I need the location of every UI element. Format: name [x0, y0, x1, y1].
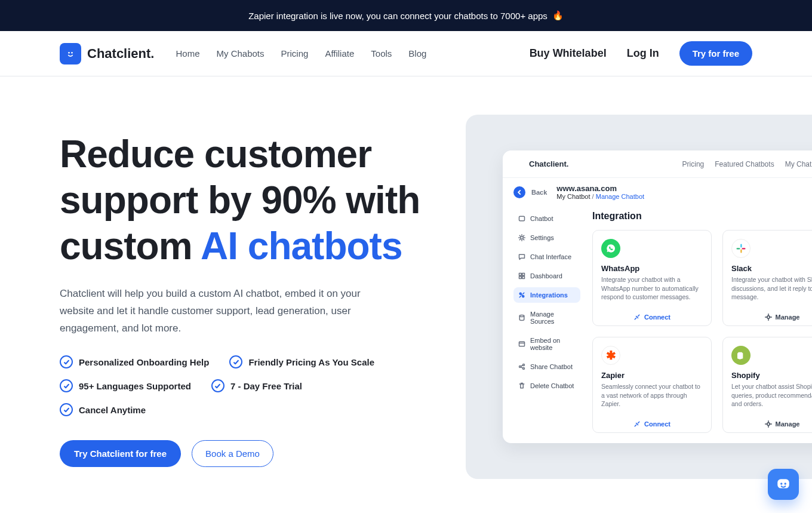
nav-blog[interactable]: Blog [408, 48, 426, 59]
zapier-icon: ✱ [601, 346, 620, 365]
feature-label: 95+ Languages Supported [79, 381, 191, 391]
connect-button[interactable]: Connect [593, 420, 711, 428]
card-desc: Seamlessly connect your chatbot to a vas… [601, 382, 703, 408]
mini-nav-featured[interactable]: Featured Chatbots [715, 160, 774, 168]
sidebar-item-label: Embed on website [530, 337, 576, 351]
hero-copy: Reduce customer support by 90% with cust… [60, 115, 442, 506]
sidebar-item-manage-sources[interactable]: Manage Sources [513, 306, 580, 329]
mini-main: Integration WhatsApp Integrate your chat… [592, 211, 812, 433]
nav-home[interactable]: Home [176, 48, 199, 59]
svg-rect-10 [522, 277, 525, 279]
card-action-label: Manage [776, 314, 800, 321]
mini-sidebar: Chatbot Settings Chat Interface Dashboar… [513, 211, 580, 433]
card-title: Zapier [601, 371, 703, 380]
main-header: Chatclient. Home My Chabots Pricing Affi… [0, 31, 812, 76]
feature-label: Personalized Onboarding Help [79, 357, 209, 367]
mini-titles: www.asana.com My Chatbot / Manage Chatbo… [556, 184, 644, 200]
integration-cards: WhatsApp Integrate your chatbot with a W… [592, 230, 812, 433]
svg-point-2 [71, 52, 73, 54]
brand-name: Chatclient. [87, 46, 154, 62]
back-button[interactable] [513, 186, 525, 198]
card-title: Shopify [731, 371, 812, 380]
check-icon [60, 355, 73, 368]
svg-rect-8 [522, 274, 525, 276]
sidebar-item-integrations[interactable]: Integrations [513, 287, 580, 303]
buy-whitelabel-link[interactable]: Buy Whitelabel [530, 47, 607, 60]
crumb-a: My Chatbot [556, 193, 590, 200]
mini-nav-pricing[interactable]: Pricing [682, 160, 705, 168]
primary-nav: Home My Chabots Pricing Affiliate Tools … [176, 48, 426, 59]
sidebar-item-label: Manage Sources [530, 311, 576, 325]
sidebar-item-share[interactable]: Share Chatbot [513, 359, 580, 374]
svg-rect-20 [740, 250, 742, 253]
feature-label: 7 - Day Free Trial [230, 381, 302, 391]
integration-card-whatsapp: WhatsApp Integrate your chatbot with a W… [592, 230, 712, 326]
connect-button[interactable]: Connect [593, 314, 711, 321]
hero-preview: Chatclient. Pricing Featured Chatbots My… [466, 115, 812, 479]
crumb-sep: / [590, 193, 596, 200]
fire-icon: 🔥 [552, 10, 564, 21]
svg-rect-18 [740, 244, 742, 248]
card-action-label: Manage [776, 420, 800, 428]
mini-nav-mychat[interactable]: My Chatbots [785, 160, 812, 168]
check-icon [229, 355, 242, 368]
feature-item: 7 - Day Free Trial [211, 379, 302, 392]
check-icon [60, 403, 73, 416]
mini-domain: www.asana.com [556, 184, 644, 193]
sidebar-item-chatbot[interactable]: Chatbot [513, 211, 580, 226]
announcement-bar[interactable]: Zapier integration is live now, you can … [0, 0, 812, 31]
shopify-icon [731, 346, 751, 365]
card-desc: Integrate your chatbot with a WhatsApp n… [601, 275, 703, 302]
svg-point-25 [780, 483, 782, 484]
sidebar-item-dashboard[interactable]: Dashboard [513, 268, 580, 284]
mini-header: Chatclient. Pricing Featured Chatbots My… [503, 150, 812, 178]
crumb-b[interactable]: Manage Chatbot [596, 193, 644, 200]
book-demo-button[interactable]: Book a Demo [192, 440, 273, 467]
check-icon [211, 379, 224, 392]
integration-card-zapier: ✱ Zapier Seamlessly connect your chatbot… [592, 337, 712, 433]
nav-pricing[interactable]: Pricing [281, 48, 309, 59]
feature-item: 95+ Languages Supported [60, 379, 191, 392]
chat-launcher-button[interactable] [768, 469, 799, 500]
hero: Reduce customer support by 90% with cust… [0, 76, 812, 506]
mini-body: Chatbot Settings Chat Interface Dashboar… [503, 202, 812, 443]
sidebar-item-label: Chatbot [530, 215, 553, 222]
svg-rect-19 [737, 248, 740, 249]
svg-point-23 [767, 423, 770, 426]
brand-icon [513, 158, 525, 170]
feature-item: Cancel Anytime [60, 403, 146, 416]
svg-point-4 [520, 163, 521, 164]
sidebar-item-delete[interactable]: Delete Chatbot [513, 378, 580, 394]
login-link[interactable]: Log In [627, 47, 659, 60]
sidebar-item-embed[interactable]: Embed on website [513, 333, 580, 355]
sidebar-item-settings[interactable]: Settings [513, 230, 580, 245]
back-label: Back [531, 189, 547, 196]
announcement-text: Zapier integration is live now, you can … [248, 11, 548, 21]
whatsapp-icon [601, 239, 620, 258]
manage-button[interactable]: Manage [723, 314, 812, 321]
hero-cta-row: Try Chatclient for free Book a Demo [60, 440, 442, 467]
try-chatclient-button[interactable]: Try Chatclient for free [60, 440, 181, 467]
sidebar-item-chat-interface[interactable]: Chat Interface [513, 249, 580, 265]
mini-subheader: Back www.asana.com My Chatbot / Manage C… [503, 178, 812, 202]
brand-logo[interactable]: Chatclient. [60, 43, 154, 64]
svg-point-22 [767, 316, 770, 319]
feature-label: Friendly Pricing As You Scale [248, 357, 374, 367]
svg-rect-14 [519, 342, 525, 346]
header-actions: Buy Whitelabel Log In Try for free [530, 41, 752, 66]
nav-my-chabots[interactable]: My Chabots [216, 48, 264, 59]
card-desc: Integrate your chatbot with Slack in dis… [731, 275, 812, 302]
svg-point-1 [68, 52, 70, 54]
nav-tools[interactable]: Tools [371, 48, 392, 59]
svg-point-13 [519, 315, 524, 317]
card-title: Slack [731, 264, 812, 273]
sidebar-item-label: Settings [530, 234, 554, 241]
check-icon [60, 379, 73, 392]
try-free-button[interactable]: Try for free [679, 41, 752, 66]
manage-button[interactable]: Manage [723, 420, 812, 428]
brand-icon [60, 43, 81, 64]
mini-brand[interactable]: Chatclient. [513, 158, 568, 170]
chat-icon [776, 477, 791, 492]
svg-point-3 [518, 163, 519, 164]
nav-affiliate[interactable]: Affiliate [325, 48, 354, 59]
